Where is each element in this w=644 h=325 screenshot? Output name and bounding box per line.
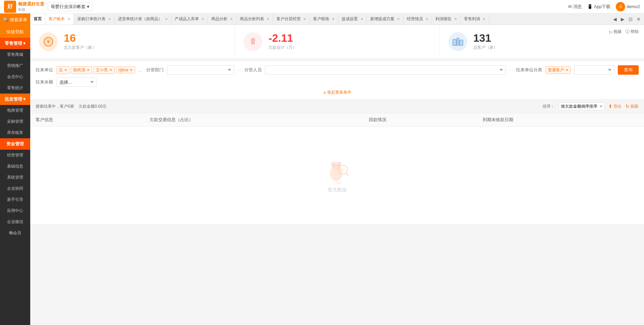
sort-select[interactable]: 按欠款金额倒序排序 [559, 102, 604, 110]
sidebar-item-retail-shop[interactable]: 零售商城 [0, 49, 30, 60]
tab-close-icon[interactable]: ✕ [230, 17, 233, 21]
tab-expand-icon[interactable]: ⊡ [627, 16, 634, 23]
sidebar-item-label: 电商管理 [7, 108, 23, 113]
tab-close-icon[interactable]: ✕ [332, 17, 335, 21]
tab-close-icon[interactable]: ✕ [267, 17, 269, 21]
stat-values-overdue: 16 总欠款客户（家） [64, 33, 96, 50]
sidebar-item-wholesale[interactable]: 批发管理 ▾ [0, 94, 30, 105]
chevron-down-icon: ▾ [87, 4, 89, 9]
tab-label: 客户分层经营 [276, 16, 301, 22]
tab-retail-profit[interactable]: 零售利润 ✕ [461, 13, 489, 25]
tab-close-icon[interactable]: ✕ [303, 17, 306, 21]
filter-tag-label: 普通客户 [548, 67, 564, 73]
tab-product-analysis-list[interactable]: 商品分析列表 ✕ [237, 13, 273, 25]
tag-remove-icon[interactable]: ✕ [565, 68, 568, 72]
tab-home[interactable]: 首页 [30, 13, 45, 25]
tag-remove-icon[interactable]: ✕ [87, 68, 90, 72]
filter-unit-type-select[interactable] [574, 65, 614, 75]
empty-state-row: 暂无数据 [30, 127, 644, 224]
sidebar-item-apps[interactable]: 应用中心 [0, 205, 30, 216]
sidebar-item-guide[interactable]: 新手引导 [0, 194, 30, 205]
app-download-action[interactable]: 📱 App下载 [587, 4, 610, 10]
tab-next-icon[interactable]: ▶ [619, 16, 626, 23]
tab-customer-ledger[interactable]: 客户账本 ✕ [45, 13, 74, 25]
tab-close-icon[interactable]: ✕ [108, 17, 111, 21]
logo-area: 好 畅捷通好生意 标版 [4, 1, 44, 13]
sidebar-item-finance[interactable]: 资金管理 [0, 138, 30, 150]
tab-close-icon[interactable]: ✕ [426, 17, 428, 21]
sidebar-item-inventory[interactable]: 库存核算 [0, 127, 30, 138]
stat-overdue-customers: ¥ 16 总欠款客户（家） [30, 25, 235, 58]
sidebar-item-vip[interactable]: 畅会员 [0, 227, 30, 239]
tab-customer-contact[interactable]: 客户联络 ✕ [310, 13, 338, 25]
tab-label: 进货单统计表（按商品） [118, 16, 162, 22]
tab-close-icon[interactable]: ✕ [397, 17, 400, 21]
table-header-row: 客户信息 欠款交易信息（占比） 回款情况 到期未收款日期 [30, 113, 644, 127]
top-bar: 好 畅捷通好生意 标版 母婴行业演示帐套 ▾ ✉ 消息 📱 App下载 d de… [0, 0, 644, 13]
workspace-selector[interactable]: 母婴行业演示帐套 ▾ [48, 2, 92, 11]
tab-bar: 首页 客户账本 ✕ 采购订单统计表 ✕ 进货单统计表（按商品） ✕ 产成品入库单… [30, 13, 644, 25]
filter-tag-label: 王小亮 [96, 67, 108, 73]
filter-dept-select[interactable] [167, 65, 234, 75]
tab-product-analysis[interactable]: 商品分析 ✕ [208, 13, 237, 25]
refresh-button[interactable]: ↻ 刷新 [626, 104, 639, 109]
tab-close-icon[interactable]: ✕ [165, 17, 168, 21]
tab-profit-report[interactable]: 利润报告 ✕ [432, 13, 461, 25]
app-icon: 📱 [587, 4, 593, 9]
sidebar-search[interactable]: 🔍 搜索菜单 [0, 13, 30, 26]
stat-circle-pink [244, 32, 262, 51]
sidebar-item-label: 零售统计 [7, 85, 23, 90]
user-action[interactable]: d demo2 [616, 2, 640, 11]
sidebar-item-member[interactable]: 会员中心 [0, 71, 30, 82]
filter-person-select[interactable] [265, 65, 506, 75]
filter-balance-select[interactable]: 选择... [56, 77, 97, 87]
tab-prev-icon[interactable]: ◀ [612, 16, 618, 23]
sidebar-item-marketing[interactable]: 营销推广 [0, 60, 30, 71]
sidebar-item-retail[interactable]: 零售管理 ▾ [0, 38, 30, 49]
tag-remove-icon[interactable]: ✕ [130, 68, 133, 72]
sidebar-item-corp[interactable]: 企业协同 [0, 183, 30, 194]
export-button[interactable]: ⬆ 导出 [608, 104, 621, 109]
tag-remove-icon[interactable]: ✕ [109, 68, 112, 72]
tab-business-situation[interactable]: 经营情况 ✕ [403, 13, 432, 25]
filter-unit-label: 往来单位 [36, 67, 53, 73]
tab-close-icon[interactable]: ✕ [483, 17, 485, 21]
filter-tag-wang[interactable]: 王小亮 ✕ [93, 66, 115, 74]
tab-label: 采购订单统计表 [77, 16, 105, 22]
tab-raise-settings[interactable]: 提成设置 ✕ [338, 13, 367, 25]
sidebar-item-business-mgmt[interactable]: 经营管理 [0, 150, 30, 161]
filter-more-tags[interactable]: ... [136, 67, 143, 73]
tab-close-all-icon[interactable]: ✕ [635, 16, 642, 23]
filter-tag-label: 陈民强 [73, 67, 85, 73]
filter-tag-cjttcw[interactable]: cjttcw ✕ [116, 67, 135, 73]
tab-purchase-order[interactable]: 采购订单统计表 ✕ [74, 13, 115, 25]
tab-new-raise[interactable]: 新增提成方案 ✕ [367, 13, 403, 25]
query-button[interactable]: 查询 [618, 65, 639, 75]
tab-close-icon[interactable]: ✕ [454, 17, 457, 21]
filter-tag-wu[interactable]: 伍 ✕ [56, 66, 70, 74]
sidebar-item-wechat[interactable]: 企业微信 [0, 216, 30, 227]
tab-close-icon[interactable]: ✕ [202, 17, 204, 21]
tab-purchase-stats[interactable]: 进货单统计表（按商品） ✕ [115, 13, 171, 25]
tab-close-icon[interactable]: ✕ [360, 17, 363, 21]
sidebar-item-retail-stats[interactable]: 零售统计 [0, 82, 30, 94]
sidebar-item-basic[interactable]: 基础信息 [0, 161, 30, 172]
sidebar-item-purchase[interactable]: 采购管理 [0, 116, 30, 127]
tab-customer-segment[interactable]: 客户分层经营 ✕ [273, 13, 310, 25]
sidebar-item-label: 营销推广 [7, 63, 23, 68]
collapse-button[interactable]: ∧ 收起更多条件 [323, 89, 351, 95]
filter-tag-chen[interactable]: 陈民强 ✕ [71, 66, 92, 74]
empty-state: 暂无数据 [36, 131, 639, 220]
message-action[interactable]: ✉ 消息 [568, 4, 582, 10]
sidebar-item-label: 库存核算 [7, 130, 23, 135]
dept-more-icon[interactable]: ··· [238, 68, 241, 72]
tab-home-label: 首页 [34, 16, 42, 22]
tag-remove-icon[interactable]: ✕ [64, 68, 67, 72]
sidebar-quick-nav[interactable]: 快捷导航 [0, 26, 30, 38]
person-more-icon[interactable]: ··· [509, 68, 513, 72]
sidebar-item-system[interactable]: 系统管理 [0, 172, 30, 183]
tab-close-icon[interactable]: ✕ [68, 17, 70, 21]
tab-production[interactable]: 产成品入库单 ✕ [171, 13, 208, 25]
sidebar-item-ecom[interactable]: 电商管理 [0, 105, 30, 116]
filter-tag-normal-customer[interactable]: 普通客户 ✕ [546, 66, 571, 74]
